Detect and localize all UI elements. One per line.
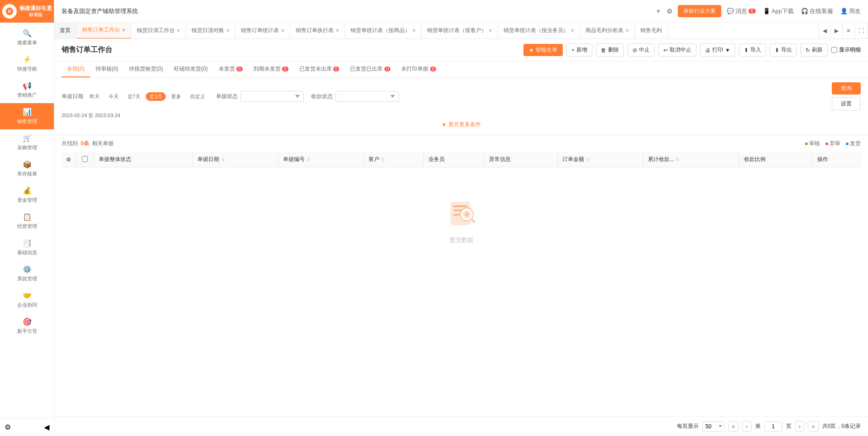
tab-close-all[interactable]: ✕ <box>843 23 855 38</box>
tab-close-sales-workbench[interactable]: ✕ <box>122 28 125 33</box>
settings-icon[interactable]: ⚙ <box>5 423 11 431</box>
app-download-btn[interactable]: 📱 App下载 <box>763 7 794 15</box>
sidebar-item-finance[interactable]: 💰 资金管理 <box>0 182 54 208</box>
tab-sales-stat-product[interactable]: 销货单统计表（按商品） ✕ <box>345 23 422 39</box>
add-btn[interactable]: + 新增 <box>566 43 592 57</box>
document-icon: 📑 <box>23 239 32 247</box>
last-page-btn[interactable]: » <box>808 421 818 431</box>
sub-tab-wangpu[interactable]: 旺铺待发货(0) <box>168 62 213 77</box>
sidebar-item-inventory[interactable]: 📦 库存核算 <box>0 156 54 182</box>
smart-create-btn[interactable]: ★ 智能生单 <box>523 44 563 56</box>
refresh-btn[interactable]: ↻ 刷新 <box>801 43 828 57</box>
tab-close-sales-stat-product[interactable]: ✕ <box>412 28 416 33</box>
date-btn-yesterday[interactable]: 昨天 <box>86 92 103 101</box>
review-action-btn[interactable]: 审核 <box>805 140 820 147</box>
tab-close-sales-exec[interactable]: ✕ <box>336 28 339 33</box>
tab-sales-stat-customer[interactable]: 销货单统计表（按客户） ✕ <box>422 23 498 39</box>
tab-sales-stat[interactable]: 销售订单统计表 ✕ <box>235 23 290 39</box>
cancel-stop-btn[interactable]: ↩ 取消中止 <box>658 43 696 57</box>
sub-tab-pending-review[interactable]: 待审核(0) <box>90 62 124 77</box>
show-detail-label[interactable]: 显示明细 <box>831 46 861 54</box>
per-page-label: 每页显示 <box>677 422 699 430</box>
date-btn-today[interactable]: 今天 <box>105 92 122 101</box>
per-page-select[interactable]: 50 10 20 100 <box>702 422 724 431</box>
collapse-icon[interactable]: ◀ <box>44 423 49 431</box>
th-date[interactable]: 单据日期 ⇅ <box>193 152 278 167</box>
payment-select[interactable] <box>336 91 399 102</box>
unreviewed-action-btn[interactable]: 弃审 <box>825 140 840 147</box>
sidebar-item-guide[interactable]: 🎯 新手引导 <box>0 313 54 339</box>
tab-close-sales-stat-staff[interactable]: ✕ <box>571 28 574 33</box>
sidebar-item-sales[interactable]: 📊 销售管理 <box>0 103 54 129</box>
tab-cash-reconcile[interactable]: 钱货日清对账 ✕ <box>186 23 235 39</box>
show-detail-checkbox[interactable] <box>831 47 837 53</box>
next-page-btn[interactable]: › <box>795 421 804 431</box>
online-service-btn[interactable]: 🎧 在线客服 <box>801 7 833 15</box>
sort-amount-icon[interactable]: ⇅ <box>586 157 590 162</box>
tab-sales-gross[interactable]: 销售毛利 <box>635 23 668 39</box>
sub-tab-not-printed[interactable]: 未打印单据 0 <box>396 62 441 77</box>
sub-tab-pending-inspect[interactable]: 待拣货验货(0) <box>124 62 168 77</box>
user-btn[interactable]: 👤 用友 <box>840 7 861 15</box>
dropdown-arrow-icon[interactable]: ▼ <box>656 8 661 14</box>
tab-close-cash-daily[interactable]: ✕ <box>177 28 180 33</box>
ship-action-btn[interactable]: 发货 <box>846 140 861 147</box>
export-btn[interactable]: ⬇ 导出 <box>770 43 797 57</box>
sub-tab-all[interactable]: 全部(0) <box>62 62 90 77</box>
sidebar-item-operation[interactable]: 📋 经营管理 <box>0 208 54 234</box>
date-btn-more[interactable]: 更多 <box>168 92 185 101</box>
sidebar-item-marketing[interactable]: 📢 营销推广 <box>0 77 54 103</box>
th-collected[interactable]: 累计收款... ⇅ <box>643 152 739 167</box>
sidebar-item-enterprise[interactable]: 🤝 企业协同 <box>0 287 54 313</box>
status-select[interactable] <box>240 91 304 102</box>
sidebar-item-system[interactable]: ⚙️ 系统管理 <box>0 261 54 287</box>
sort-code-icon[interactable]: ⇅ <box>307 157 310 162</box>
sub-tab-expired[interactable]: 到期未发货 0 <box>248 62 294 77</box>
expand-btn[interactable]: ▼ 展开更多条件 <box>441 121 481 128</box>
sidebar-item-purchase[interactable]: 🛒 采购管理 <box>0 129 54 156</box>
tab-close-sales-stat-customer[interactable]: ✕ <box>489 28 492 33</box>
tab-sales-stat-staff[interactable]: 销货单统计表（按业务员） ✕ <box>498 23 580 39</box>
th-code[interactable]: 单据编号 ⇅ <box>278 152 364 167</box>
page-input[interactable] <box>764 422 782 431</box>
sidebar-item-basic[interactable]: 📑 基础信息 <box>0 234 54 261</box>
select-all-checkbox[interactable] <box>82 156 88 162</box>
tab-close-cash-reconcile[interactable]: ✕ <box>226 28 230 33</box>
tab-close-gross-profit[interactable]: ✕ <box>625 28 629 33</box>
prev-page-btn[interactable]: ‹ <box>742 421 751 431</box>
sort-customer-icon[interactable]: ⇅ <box>381 157 384 162</box>
message-btn[interactable]: 💬 消息 6 <box>727 7 756 15</box>
sidebar-item-quick-nav[interactable]: ⚡ 快捷导航 <box>0 51 54 77</box>
th-customer[interactable]: 客户 ⇅ <box>364 152 423 167</box>
tab-home[interactable]: 首页 <box>54 23 77 39</box>
query-btn[interactable]: 查询 <box>832 82 861 95</box>
th-amount[interactable]: 订单金额 ⇅ <box>558 152 643 167</box>
stop-btn[interactable]: ⊘ 中止 <box>628 43 655 57</box>
sub-tab-not-shipped[interactable]: 未发货 0 <box>213 62 248 77</box>
date-btn-custom[interactable]: 自定义 <box>187 92 209 101</box>
sidebar-item-search[interactable]: 🔍 搜索菜单 <box>0 24 54 51</box>
tab-cash-daily[interactable]: 钱货日清工作台 ✕ <box>131 23 186 39</box>
delete-btn[interactable]: 🗑 删除 <box>596 43 624 57</box>
first-page-btn[interactable]: « <box>728 421 739 431</box>
tab-close-sales-stat[interactable]: ✕ <box>281 28 284 33</box>
solution-btn[interactable]: 体验行业方案 <box>678 5 721 17</box>
th-settings[interactable]: ⚙ <box>62 152 76 167</box>
tab-sales-exec[interactable]: 销售订单执行表 ✕ <box>290 23 345 39</box>
date-btn-7days[interactable]: 近7天 <box>124 92 144 101</box>
settings-icon[interactable]: ⚙ <box>667 7 672 15</box>
tab-sales-workbench[interactable]: 销售订单工作台 ✕ <box>77 23 131 39</box>
sort-collected-icon[interactable]: ⇅ <box>676 157 679 162</box>
import-btn[interactable]: ⬆ 导入 <box>739 43 766 57</box>
sub-tab-shipped-out[interactable]: 已发货已出库 0 <box>345 62 396 77</box>
tab-scroll-left[interactable]: ◀ <box>819 23 831 38</box>
th-checkbox[interactable] <box>76 152 94 167</box>
sub-tab-shipped-not-out[interactable]: 已发货未出库 0 <box>294 62 345 77</box>
date-btn-1month[interactable]: 近1月 <box>146 92 166 101</box>
sort-date-icon[interactable]: ⇅ <box>221 157 225 162</box>
tab-fullscreen[interactable]: ⛶ <box>855 23 868 38</box>
tab-scroll-right[interactable]: ▶ <box>831 23 843 38</box>
print-btn[interactable]: 🖨 打印 ▼ <box>700 43 735 57</box>
tab-gross-profit[interactable]: 商品毛利分析表 ✕ <box>580 23 635 39</box>
set-btn[interactable]: 设置 <box>832 97 861 110</box>
